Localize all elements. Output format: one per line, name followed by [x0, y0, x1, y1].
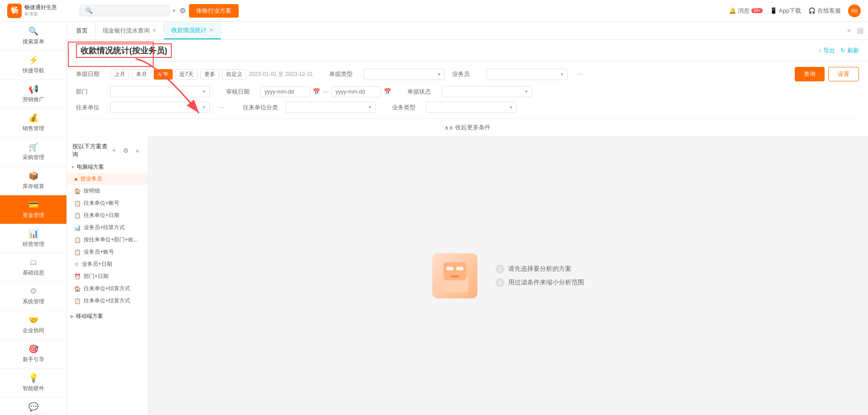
- date-btn-more[interactable]: 更多: [200, 69, 219, 80]
- receipt-tab-close[interactable]: ✕: [209, 27, 213, 33]
- service-icon: 🎧: [808, 7, 816, 14]
- sidebar-item-collab[interactable]: 🤝 企业协同: [0, 311, 66, 340]
- date-btn-this-year[interactable]: 本年: [154, 69, 173, 80]
- partner-cat-select[interactable]: [285, 102, 376, 113]
- search-dropdown-arrow[interactable]: ▼: [172, 8, 176, 13]
- sidebar-label-system: 系统管理: [23, 298, 44, 306]
- tree-item-by-salesman[interactable]: ● 按业务员: [67, 173, 148, 185]
- salesman-more-dots[interactable]: ···: [575, 70, 585, 78]
- query-button[interactable]: 查询: [795, 67, 825, 81]
- tree-item-by-detail[interactable]: 🏠 按明细: [67, 185, 148, 197]
- dept-label: 部门: [76, 88, 103, 96]
- doc-type-select[interactable]: [363, 69, 445, 80]
- sidebar-item-operation[interactable]: 📊 经营管理: [0, 224, 66, 253]
- date-filter-group: 上月 本月 本年 近7天 更多 自定义 2023-01-01 至 2023-12…: [110, 69, 313, 80]
- tree-item-salesman-date[interactable]: ⚙ 业务员+日期: [67, 258, 148, 270]
- calendar-end-icon[interactable]: 📅: [384, 88, 391, 95]
- app-download-btn[interactable]: 📱 App下载: [770, 7, 801, 15]
- salesman-select-wrapper: ▼: [486, 69, 568, 80]
- tree-item-partner-payment2[interactable]: 📋 往来单位+结算方式: [67, 295, 148, 307]
- user-avatar[interactable]: Rit: [848, 5, 861, 17]
- partner-date-icon: 📋: [74, 212, 81, 219]
- panel-setting-btn[interactable]: ⚙: [121, 146, 131, 156]
- biz-type-select[interactable]: [426, 102, 517, 113]
- notification-btn[interactable]: 🔔 消息 99+: [729, 7, 763, 15]
- sidebar-label-finance: 资金管理: [23, 212, 44, 219]
- empty-illustration: [432, 253, 477, 298]
- doc-type-label: 单据类型: [329, 70, 356, 78]
- tree-item-salesman-settlement[interactable]: 📊 业务员+结算方式: [67, 222, 148, 234]
- right-content: 1 请先选择要分析的方案 2 用过滤条件来缩小分析范围: [148, 136, 868, 415]
- search-box[interactable]: 🔍: [80, 5, 170, 16]
- window-maximize-btn[interactable]: ⬜: [855, 26, 864, 35]
- tab-receipt[interactable]: 收款情况统计 ✕: [164, 22, 221, 39]
- date-btn-last-month[interactable]: 上月: [110, 69, 129, 80]
- tab-home[interactable]: 首页: [69, 22, 95, 39]
- date-btn-7days[interactable]: 近7天: [175, 69, 198, 80]
- sidebar-item-purchase[interactable]: 🛒 采购管理: [0, 137, 66, 166]
- sidebar-item-basicinfo[interactable]: 🗂 基础信息: [0, 253, 66, 282]
- trial-button[interactable]: 体验行业方案: [189, 4, 239, 18]
- partner-cat-select-wrapper: ▼: [285, 102, 376, 113]
- dept-select[interactable]: [110, 86, 210, 97]
- date-btn-custom[interactable]: 自定义: [222, 69, 246, 80]
- panel-collapse-btn[interactable]: «: [132, 146, 142, 156]
- sidebar-item-marketing[interactable]: 📢 营销推广: [0, 80, 66, 108]
- partner-dept-icon: 📋: [74, 237, 81, 243]
- online-service-btn[interactable]: 🎧 在线客服: [808, 7, 841, 15]
- settings-gear-icon[interactable]: ⚙: [176, 5, 189, 17]
- partner-more-dots[interactable]: ···: [217, 104, 226, 112]
- doc-status-select[interactable]: [442, 86, 532, 97]
- review-date-label: 审核日期: [226, 88, 253, 96]
- desktop-section-arrow: ▼: [71, 165, 75, 170]
- sidebar-label-purchase: 采购管理: [23, 154, 44, 161]
- sidebar-item-search[interactable]: 🔍 搜索菜单: [0, 22, 66, 51]
- salesman-settlement-label: 业务员+结算方式: [84, 224, 125, 231]
- biz-type-select-wrapper: ▼: [426, 102, 517, 113]
- window-close-btn[interactable]: ✕: [844, 26, 854, 35]
- tab-bank[interactable]: 现金银行流水查询 ✕: [95, 22, 164, 39]
- panel-header: 按以下方案查询 ＋ ⚙ «: [67, 140, 148, 161]
- sidebar-item-finance[interactable]: 💳 资金管理: [0, 195, 66, 224]
- tree-section-mobile[interactable]: ▶ 移动端方案: [67, 311, 148, 322]
- tree-item-partner-account[interactable]: 📋 往来单位+账号: [67, 197, 148, 209]
- partner-select[interactable]: [110, 102, 210, 113]
- window-controls: ✕ ⬜: [841, 22, 868, 39]
- tree-item-partner-dept[interactable]: 📋 按往来单位+部门+收...: [67, 234, 148, 246]
- empty-steps: 1 请先选择要分析的方案 2 用过滤条件来缩小分析范围: [495, 264, 584, 287]
- review-date-end[interactable]: [331, 86, 381, 97]
- sidebar-item-guide[interactable]: 🎯 新手引导: [0, 340, 66, 368]
- refresh-button[interactable]: ↻ 刷新: [840, 47, 859, 55]
- sidebar-item-system[interactable]: ⚙ 系统管理: [0, 282, 66, 311]
- notification-label: 消息: [738, 7, 750, 15]
- panel-add-btn[interactable]: ＋: [109, 146, 119, 156]
- sidebar-item-wxwork[interactable]: 💬 企业微信: [0, 397, 66, 415]
- tree-item-partner-date[interactable]: 📋 往来单位+日期: [67, 209, 148, 222]
- salesman-select[interactable]: [486, 69, 568, 80]
- calendar-start-icon[interactable]: 📅: [313, 88, 320, 95]
- step-1-number: 1: [495, 264, 505, 274]
- tree-item-partner-payment1[interactable]: 🏠 往来单位+结算方式: [67, 283, 148, 295]
- sidebar-item-inventory[interactable]: 📦 库存核算: [0, 166, 66, 195]
- review-date-start[interactable]: [260, 86, 310, 97]
- bank-tab-close[interactable]: ✕: [152, 28, 156, 33]
- collapse-more-btn[interactable]: ∧∧ 收起更多条件: [76, 118, 859, 136]
- sidebar-item-sales[interactable]: 💰 销售管理: [0, 108, 66, 137]
- step-1-text: 请先选择要分析的方案: [508, 265, 571, 273]
- tree-item-dept-date[interactable]: ⏰ 部门+日期: [67, 270, 148, 283]
- notification-badge: 99+: [751, 8, 763, 13]
- left-panel: 按以下方案查询 ＋ ⚙ « ▼ 电脑端方案 ● 按业务: [67, 136, 148, 415]
- set-button[interactable]: 设置: [828, 67, 859, 81]
- tree-section-desktop[interactable]: ▼ 电脑端方案: [67, 161, 148, 173]
- tree-item-salesman-account[interactable]: 📋 业务员+账号: [67, 246, 148, 258]
- export-button[interactable]: ↑ 导出: [819, 47, 835, 55]
- marketing-icon: 📢: [28, 84, 38, 94]
- sidebar-item-hardware[interactable]: 💡 智能硬件: [0, 368, 66, 397]
- doc-status-label: 单据状态: [407, 88, 434, 96]
- finance-icon: 💳: [28, 200, 38, 210]
- salesman-label: 业务员: [452, 70, 479, 78]
- sidebar-item-quicknav[interactable]: ⚡ 快捷导航: [0, 51, 66, 80]
- download-icon: 📱: [770, 7, 777, 14]
- empty-state: 1 请先选择要分析的方案 2 用过滤条件来缩小分析范围: [148, 136, 868, 415]
- date-btn-this-month[interactable]: 本月: [132, 69, 151, 80]
